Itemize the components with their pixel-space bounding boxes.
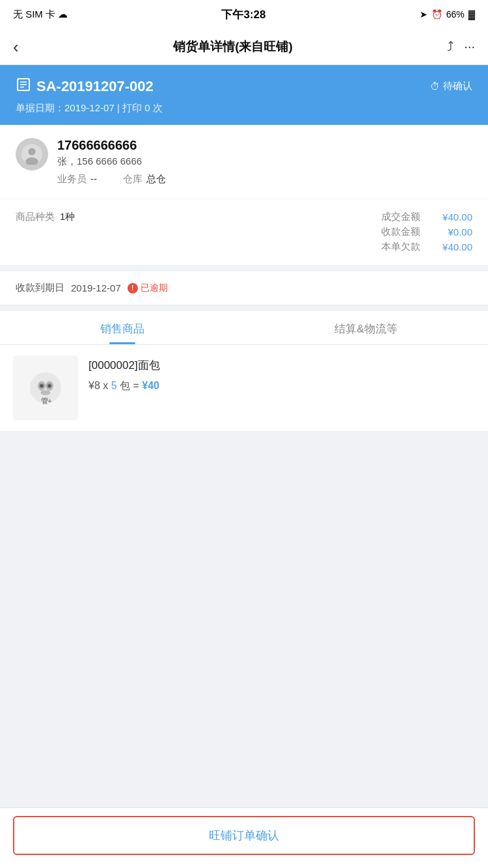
equals-sign: = <box>133 380 142 391</box>
more-icon[interactable]: ··· <box>464 39 475 54</box>
sales-value: -- <box>90 173 97 185</box>
back-button[interactable]: ‹ <box>13 38 19 55</box>
product-type-label: 商品种类 <box>16 211 55 223</box>
location-icon: ➤ <box>420 9 427 20</box>
status-bar: 无 SIM 卡 ☁ 下午3:28 ➤ ⏰ 66% ▓ <box>0 0 488 29</box>
nav-bar: ‹ 销货单详情(来自旺铺) ⤴ ··· <box>0 29 488 65</box>
product-calculation: ¥8 x 5 包 = ¥40 <box>88 379 475 393</box>
confirm-button-container: 旺铺订单确认 <box>0 807 488 868</box>
overdue-text: 已逾期 <box>141 282 168 294</box>
sim-status: 无 SIM 卡 ☁ <box>13 8 68 21</box>
clock-icon: ⏱ <box>430 81 440 92</box>
tab-settlement[interactable]: 结算&物流等 <box>244 311 488 344</box>
bottom-area <box>0 431 488 574</box>
customer-meta: 业务员 -- 仓库 总仓 <box>57 173 472 185</box>
sales-label: 业务员 <box>57 173 87 185</box>
due-date-label: 收款到期日 <box>16 282 64 294</box>
order-id: SA-20191207-002 <box>16 77 154 96</box>
received-amount-row: 收款金额 ¥0.00 <box>381 226 472 238</box>
received-label: 收款金额 <box>381 226 420 238</box>
svg-point-13 <box>48 385 51 388</box>
order-meta: 单据日期：2019-12-07 | 打印 0 次 <box>16 102 472 115</box>
status-time: 下午3:28 <box>221 7 265 22</box>
due-date-value: 2019-12-07 <box>71 282 121 293</box>
avatar <box>16 138 48 170</box>
multiply-sign: x <box>103 380 111 391</box>
sales-item: 业务员 -- <box>57 173 97 185</box>
summary-section: 商品种类 1种 成交金额 ¥40.00 收款金额 ¥0.00 本单欠款 ¥40.… <box>0 198 488 265</box>
order-header-card: SA-20191207-002 ⏱ 待确认 单据日期：2019-12-07 | … <box>0 65 488 125</box>
svg-point-12 <box>40 385 44 388</box>
tab-sales-products[interactable]: 销售商品 <box>0 311 244 344</box>
product-image: 管+ <box>13 355 78 420</box>
balance-label: 本单欠款 <box>381 241 420 253</box>
svg-text:管+: 管+ <box>41 397 52 405</box>
balance-value: ¥40.00 <box>427 241 472 252</box>
product-unit: 包 <box>120 380 130 391</box>
share-icon[interactable]: ⤴ <box>447 39 454 54</box>
transaction-amount-row: 成交金额 ¥40.00 <box>381 211 472 223</box>
warehouse-item: 仓库 总仓 <box>123 173 166 185</box>
product-price: ¥8 <box>88 380 100 391</box>
battery-icon: ▓ <box>468 9 475 20</box>
received-value: ¥0.00 <box>427 226 472 237</box>
product-type-value: 1种 <box>60 211 75 223</box>
status-right: ➤ ⏰ 66% ▓ <box>420 9 475 20</box>
summary-amounts: 成交金额 ¥40.00 收款金额 ¥0.00 本单欠款 ¥40.00 <box>381 211 472 253</box>
overdue-icon: ! <box>128 283 138 293</box>
status-left: 无 SIM 卡 ☁ <box>13 8 68 21</box>
alarm-icon: ⏰ <box>431 9 442 20</box>
customer-phone: 17666666666 <box>57 138 472 153</box>
warehouse-value: 总仓 <box>146 173 166 185</box>
page-title: 销货单详情(来自旺铺) <box>173 38 293 55</box>
battery-level: 66% <box>446 9 465 20</box>
customer-section: 17666666666 张，156 6666 6666 业务员 -- 仓库 总仓 <box>0 125 488 198</box>
balance-amount-row: 本单欠款 ¥40.00 <box>381 241 472 253</box>
svg-point-5 <box>28 148 35 155</box>
order-icon <box>16 77 31 96</box>
order-status: ⏱ 待确认 <box>430 80 472 92</box>
customer-name: 张，156 6666 6666 <box>57 156 472 168</box>
transaction-label: 成交金额 <box>381 211 420 223</box>
product-total: ¥40 <box>142 380 159 391</box>
product-type: 商品种类 1种 <box>16 211 75 223</box>
product-section: 管+ [0000002]面包 ¥8 x 5 包 = ¥40 <box>0 345 488 431</box>
customer-info: 17666666666 张，156 6666 6666 业务员 -- 仓库 总仓 <box>57 138 472 185</box>
product-quantity: 5 <box>111 380 117 391</box>
warehouse-label: 仓库 <box>123 173 142 185</box>
product-info: [0000002]面包 ¥8 x 5 包 = ¥40 <box>88 355 475 393</box>
tabs-container: 销售商品 结算&物流等 <box>0 305 488 345</box>
svg-point-14 <box>41 390 51 396</box>
due-date-section: 收款到期日 2019-12-07 ! 已逾期 <box>0 265 488 305</box>
overdue-badge: ! 已逾期 <box>128 282 168 294</box>
product-name: [0000002]面包 <box>88 358 475 373</box>
transaction-value: ¥40.00 <box>427 211 472 223</box>
nav-actions: ⤴ ··· <box>447 39 475 54</box>
confirm-order-button[interactable]: 旺铺订单确认 <box>13 816 475 855</box>
